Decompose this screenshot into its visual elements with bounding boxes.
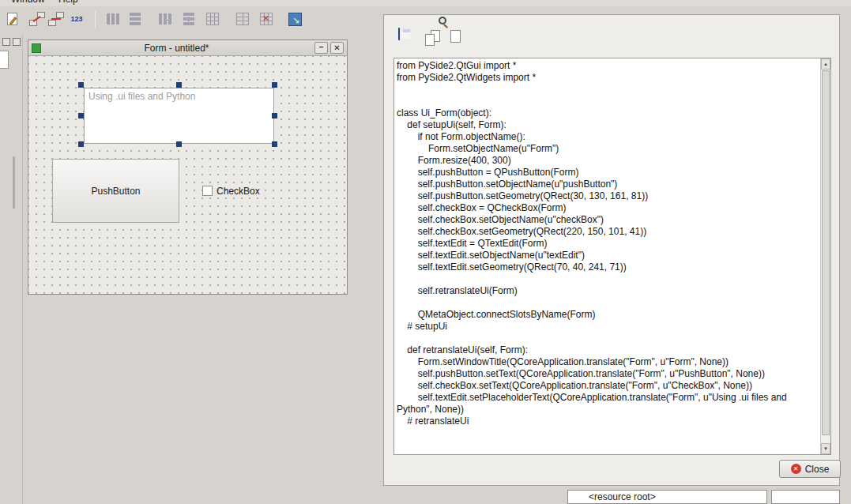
close-circle-icon <box>791 464 801 474</box>
checkbox-widget[interactable]: CheckBox <box>202 175 282 207</box>
code-preview-dialog: from PySide2.QtGui import * from PySide2… <box>383 14 840 486</box>
red-line-icon <box>51 18 61 20</box>
magnifier-handle-icon <box>443 24 448 28</box>
selection-handle[interactable] <box>78 141 84 147</box>
vertical-scrollbar[interactable] <box>820 58 830 454</box>
close-button-label: Close <box>805 464 830 475</box>
selection-handle[interactable] <box>78 113 84 118</box>
layout-form-icon[interactable] <box>232 9 253 29</box>
layout-vertical-splitter-icon[interactable] <box>179 9 199 29</box>
close-button[interactable]: Close <box>779 460 841 478</box>
checkbox-label: CheckBox <box>217 186 260 197</box>
selection-handle[interactable] <box>272 141 277 147</box>
edit-widgets-icon[interactable] <box>2 9 22 29</box>
edit-tab-order-icon[interactable]: 123 <box>66 9 87 29</box>
window-icon <box>56 12 64 18</box>
pushbutton-widget[interactable]: PushButton <box>52 159 179 223</box>
dock-close-icon[interactable] <box>13 38 21 46</box>
broken-grid-icon <box>260 13 273 25</box>
selection-handle[interactable] <box>78 82 84 88</box>
close-icon[interactable] <box>330 42 344 54</box>
sheet-icon <box>7 13 17 25</box>
break-layout-icon[interactable] <box>256 9 277 29</box>
pencil-icon <box>9 17 16 24</box>
resource-browser: <resource root> <box>567 490 767 504</box>
selection-handle[interactable] <box>272 113 277 118</box>
selection-handle[interactable] <box>272 82 277 88</box>
dock-scrollbar[interactable] <box>13 156 15 209</box>
resource-root-item[interactable]: <resource root> <box>568 491 656 503</box>
menubar: Window Help <box>0 0 851 6</box>
horizontal-bars-icon <box>130 13 141 25</box>
form-window-icon <box>32 43 41 53</box>
selection-handle[interactable] <box>176 141 182 147</box>
layout-horizontal-icon[interactable] <box>103 9 123 29</box>
code-view: from PySide2.QtGui import * from PySide2… <box>393 58 831 455</box>
widget-box-dock <box>0 35 23 504</box>
menu-help[interactable]: Help <box>58 0 78 5</box>
form-window-titlebar[interactable]: Form - untitled* <box>28 40 347 56</box>
dock-float-icon[interactable] <box>2 38 10 46</box>
layout-vertical-icon[interactable] <box>125 9 145 29</box>
edit-signals-slots-icon[interactable] <box>27 9 47 29</box>
adjust-size-icon[interactable] <box>284 9 305 29</box>
scroll-down-icon[interactable] <box>821 443 830 454</box>
vertical-bars-icon <box>107 13 119 24</box>
copy-icon[interactable] <box>424 28 442 47</box>
window-icon <box>48 20 56 26</box>
form-canvas[interactable]: Using .ui files and Python PushButton Ch… <box>28 56 347 294</box>
selection-handle[interactable] <box>176 82 182 88</box>
textedit-widget[interactable]: Using .ui files and Python <box>84 88 274 144</box>
minimize-icon[interactable] <box>314 42 328 54</box>
splitter-bars-icon <box>159 13 171 24</box>
splitter-bars-icon <box>183 13 194 25</box>
layout-grid-icon[interactable] <box>202 9 223 29</box>
page-icon <box>450 30 461 43</box>
find-icon[interactable] <box>449 28 468 47</box>
toolbar-separator <box>95 11 96 28</box>
page-icon <box>425 34 435 46</box>
scroll-up-icon[interactable] <box>821 58 830 70</box>
edit-buddies-icon[interactable] <box>46 9 66 29</box>
grid-icon <box>206 13 219 25</box>
resource-preview-panel <box>771 490 840 504</box>
generated-code[interactable]: from PySide2.QtGui import * from PySide2… <box>394 58 820 454</box>
scrollbar-thumb[interactable] <box>822 70 830 435</box>
widget-filter-input[interactable] <box>0 51 9 69</box>
floppy-disk-icon <box>398 28 400 40</box>
checkbox-box[interactable] <box>202 186 213 196</box>
resize-arrow-icon <box>288 13 302 26</box>
magnifier-icon <box>439 17 446 24</box>
form-window: Form - untitled* Using .ui files and Pyt… <box>28 39 348 295</box>
textedit-placeholder: Using .ui files and Python <box>88 91 195 102</box>
menu-window[interactable]: Window <box>11 0 45 5</box>
layout-horizontal-splitter-icon[interactable] <box>155 9 175 29</box>
tab-order-numbers: 123 <box>70 15 82 23</box>
form-window-title: Form - untitled* <box>41 43 312 54</box>
form-grid-icon <box>236 13 249 25</box>
save-icon[interactable] <box>398 28 417 47</box>
